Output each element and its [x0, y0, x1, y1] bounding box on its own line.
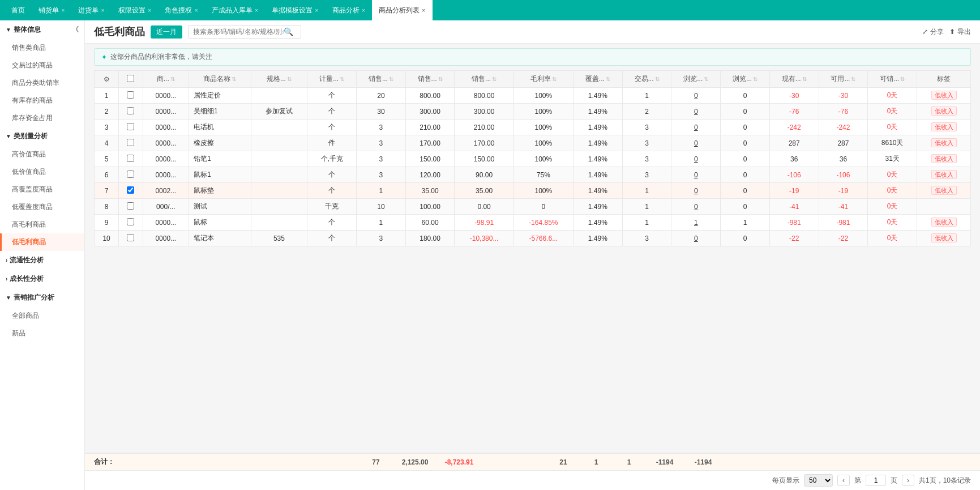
- row-check[interactable]: [119, 167, 143, 183]
- col-coverage: 覆盖...⇅: [573, 71, 622, 88]
- sidebar-item-stock-funds[interactable]: 库存资金占用: [0, 109, 84, 127]
- filter-recent-month[interactable]: 近一月: [151, 25, 182, 39]
- row-check[interactable]: [119, 231, 143, 246]
- export-icon: ⬆: [949, 28, 955, 36]
- row-check[interactable]: [119, 135, 143, 151]
- sidebar-item-high-margin[interactable]: 高毛利商品: [0, 216, 84, 233]
- row-views2: 0: [721, 167, 770, 183]
- share-button[interactable]: ⤢ 分享: [922, 27, 944, 37]
- row-views1[interactable]: 0: [671, 88, 721, 104]
- row-name: 鼠标1: [189, 167, 251, 183]
- nav-goods-analysis-label: 商品分析: [332, 6, 360, 15]
- row-unit: 件: [307, 135, 357, 151]
- sidebar-section-general[interactable]: ▼ 整体信息 《: [0, 20, 84, 39]
- nav-template-close[interactable]: ×: [315, 7, 318, 14]
- row-tag: 低收入: [917, 231, 971, 246]
- nav-home[interactable]: 首页: [5, 0, 32, 20]
- row-views1[interactable]: 0: [671, 231, 721, 246]
- nav-permission-close[interactable]: ×: [148, 7, 151, 14]
- nav-purchase-close[interactable]: ×: [101, 7, 104, 14]
- row-saleable: 8610天: [868, 135, 917, 151]
- search-icon[interactable]: 🔍: [284, 27, 293, 36]
- row-views1[interactable]: 0: [671, 183, 721, 199]
- nav-goods-list[interactable]: 商品分析列表 ×: [372, 0, 432, 20]
- col-check[interactable]: [119, 71, 143, 88]
- nav-sales-close[interactable]: ×: [61, 7, 65, 14]
- row-check[interactable]: [119, 151, 143, 167]
- row-sales-profit: -98.91: [455, 215, 513, 231]
- row-views1[interactable]: 1: [671, 215, 721, 231]
- row-sales-profit: -10,380...: [455, 231, 513, 246]
- prev-page-btn[interactable]: ‹: [837, 475, 850, 486]
- col-views2: 浏览...⇅: [721, 71, 770, 88]
- sidebar-item-stocked-goods[interactable]: 有库存的商品: [0, 92, 84, 109]
- sidebar-section-liquidity[interactable]: › 流通性分析: [0, 251, 84, 270]
- row-sales-profit: 90.00: [455, 167, 513, 183]
- sidebar-section-category[interactable]: ▼ 类别量分析: [0, 127, 84, 146]
- row-code: 000/...: [143, 199, 189, 215]
- sidebar-item-high-value[interactable]: 高价值商品: [0, 146, 84, 163]
- row-code: 0000...: [143, 215, 189, 231]
- row-views1[interactable]: 0: [671, 135, 721, 151]
- section-marketing-label: 营销推广分析: [14, 293, 54, 302]
- row-unit: 个: [307, 167, 357, 183]
- sidebar-section-marketing[interactable]: ▼ 营销推广分析: [0, 288, 84, 307]
- sidebar-item-low-margin[interactable]: 低毛利商品: [0, 233, 84, 251]
- row-check[interactable]: [119, 199, 143, 215]
- row-saleable: 0天: [868, 88, 917, 104]
- row-check[interactable]: [119, 104, 143, 120]
- row-views1[interactable]: 0: [671, 151, 721, 167]
- sidebar-item-new-goods[interactable]: 新品: [0, 325, 84, 342]
- export-button[interactable]: ⬆ 导出: [949, 27, 971, 37]
- row-check[interactable]: [119, 88, 143, 104]
- row-views2: 0: [721, 104, 770, 120]
- page-size-select[interactable]: 50 100 200: [804, 474, 833, 487]
- select-all-checkbox[interactable]: [127, 75, 134, 82]
- row-coverage: 1.49%: [573, 215, 622, 231]
- nav-template[interactable]: 单据模板设置 ×: [265, 0, 325, 20]
- nav-sales[interactable]: 销货单 ×: [32, 0, 71, 20]
- row-views1[interactable]: 0: [671, 199, 721, 215]
- search-input[interactable]: [193, 28, 284, 36]
- row-check[interactable]: [119, 215, 143, 231]
- row-check[interactable]: [119, 183, 143, 199]
- row-views1[interactable]: 0: [671, 104, 721, 120]
- row-views1[interactable]: 0: [671, 120, 721, 135]
- row-views2: 0: [721, 135, 770, 151]
- row-sales-profit: 35.00: [455, 183, 513, 199]
- row-tag: 低收入: [917, 151, 971, 167]
- row-sales-amount: 120.00: [405, 167, 455, 183]
- row-unit: 个: [307, 215, 357, 231]
- section-growth-arrow: ›: [6, 276, 7, 282]
- table-row: 3 0000... 电话机 个 3 210.00 210.00 100% 1.4…: [95, 120, 971, 135]
- nav-goods-analysis-close[interactable]: ×: [362, 7, 365, 14]
- row-sales-profit: 210.00: [455, 120, 513, 135]
- row-available: -41: [819, 199, 868, 215]
- row-views1[interactable]: 0: [671, 167, 721, 183]
- nav-product-entry-close[interactable]: ×: [255, 7, 258, 14]
- table-row: 6 0000... 鼠标1 个 3 120.00 90.00 75% 1.49%…: [95, 167, 971, 183]
- sidebar-item-all-goods[interactable]: 全部商品: [0, 307, 84, 325]
- sidebar-collapse-btn[interactable]: 《: [72, 25, 79, 35]
- row-code: 0000...: [143, 167, 189, 183]
- sidebar-item-low-coverage[interactable]: 低覆盖度商品: [0, 198, 84, 216]
- sidebar-item-high-coverage[interactable]: 高覆盖度商品: [0, 181, 84, 198]
- next-page-btn[interactable]: ›: [902, 475, 914, 486]
- nav-permission[interactable]: 权限设置 ×: [112, 0, 158, 20]
- sidebar-section-growth[interactable]: › 成长性分析: [0, 270, 84, 288]
- nav-goods-list-close[interactable]: ×: [422, 7, 425, 14]
- nav-goods-analysis[interactable]: 商品分析 ×: [326, 0, 372, 20]
- page-number-input[interactable]: [866, 475, 886, 486]
- sidebar-item-sales-goods[interactable]: 销售类商品: [0, 39, 84, 57]
- nav-product-entry[interactable]: 产成品入库单 ×: [205, 0, 265, 20]
- col-settings[interactable]: ⚙: [95, 71, 119, 88]
- row-check[interactable]: [119, 120, 143, 135]
- nav-purchase[interactable]: 进货单 ×: [71, 0, 111, 20]
- sidebar-item-low-value[interactable]: 低价值商品: [0, 163, 84, 181]
- nav-role[interactable]: 角色授权 ×: [158, 0, 204, 20]
- sidebar-item-category-rate[interactable]: 商品分类助销率: [0, 74, 84, 92]
- nav-role-close[interactable]: ×: [194, 7, 198, 14]
- row-num: 3: [95, 120, 119, 135]
- sidebar-item-traded-goods[interactable]: 交易过的商品: [0, 57, 84, 74]
- row-current-stock: -106: [769, 167, 819, 183]
